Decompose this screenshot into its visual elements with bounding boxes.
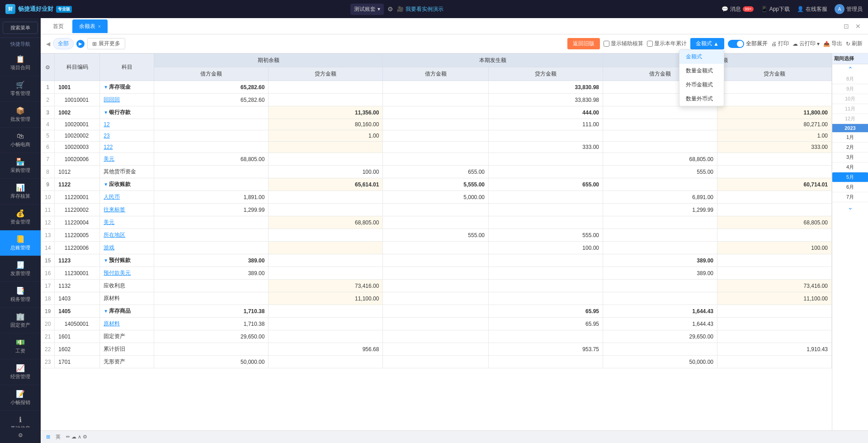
period-month-3月[interactable]: 3月 bbox=[832, 152, 868, 162]
sidebar-item-小畅报销[interactable]: 📝小畅报销 bbox=[0, 385, 41, 411]
subject-link[interactable]: 原材料 bbox=[104, 320, 120, 327]
filter-left-arrow[interactable]: ◀ bbox=[46, 41, 50, 47]
expand-row-icon[interactable]: ▼ bbox=[104, 85, 108, 90]
sidebar-item-批发管理[interactable]: 📦批发管理 bbox=[0, 102, 41, 128]
subject-link[interactable]: 人民币 bbox=[104, 194, 120, 200]
company-selector[interactable]: 测试账套 ▾ bbox=[350, 4, 384, 15]
subject-cell[interactable]: 所在地区 bbox=[100, 229, 154, 242]
ytd-input[interactable] bbox=[647, 41, 653, 47]
subject-cell[interactable]: ▼预付账款 bbox=[100, 254, 154, 267]
subject-link[interactable]: 预付款美元 bbox=[104, 270, 131, 276]
cloud-print-btn[interactable]: ☁ 云打印 ▾ bbox=[793, 40, 820, 48]
sidebar-item-发票管理[interactable]: 🧾发票管理 bbox=[0, 256, 41, 282]
show-auxiliary-checkbox[interactable]: 显示辅助核算 bbox=[604, 40, 643, 48]
expand-row-icon[interactable]: ▼ bbox=[104, 258, 108, 263]
period-up-arrow[interactable]: ⌃ bbox=[832, 64, 868, 74]
demo-link[interactable]: 🎥 我要看实例演示 bbox=[397, 5, 443, 13]
subject-cell[interactable]: 美元 bbox=[100, 153, 154, 166]
return-old-btn[interactable]: 返回旧版 bbox=[567, 38, 600, 49]
show-ytd-checkbox[interactable]: 显示本年累计 bbox=[647, 40, 687, 48]
settings-icon[interactable]: ⚙ bbox=[387, 5, 393, 13]
service-btn[interactable]: 👤 在线客服 bbox=[797, 5, 827, 13]
expand-row-icon[interactable]: ▼ bbox=[104, 309, 108, 314]
subject-cell[interactable]: 人民币 bbox=[100, 191, 154, 204]
period-month-7月[interactable]: 7月 bbox=[832, 192, 868, 202]
user-btn[interactable]: A 管理员 bbox=[835, 4, 863, 14]
subject-link[interactable]: 美元 bbox=[104, 156, 114, 162]
sidebar-item-零售管理[interactable]: 🛒零售管理 bbox=[0, 76, 41, 102]
subject-cell[interactable]: ▼银行存款 bbox=[100, 106, 154, 119]
period-month-1月[interactable]: 1月 bbox=[832, 133, 868, 143]
period-month-8月[interactable]: 8月 bbox=[832, 74, 868, 84]
format-option-数量外币式[interactable]: 数量外币式 bbox=[679, 92, 724, 106]
restore-btn[interactable]: ⊡ bbox=[842, 22, 851, 31]
period-month-6月[interactable]: 6月 bbox=[832, 182, 868, 192]
period-month-5月[interactable]: 5月 bbox=[832, 172, 868, 182]
period-down-arrow[interactable]: ⌄ bbox=[832, 202, 868, 212]
subject-cell[interactable]: 往来标签 bbox=[100, 204, 154, 216]
subject-cell[interactable]: ▼应收账款 bbox=[100, 178, 154, 191]
tab-home[interactable]: 首页 bbox=[46, 19, 71, 33]
expand-toggle[interactable] bbox=[728, 40, 744, 48]
sidebar-item-工资[interactable]: 💵工资 bbox=[0, 333, 41, 359]
period-month-12月[interactable]: 12月 bbox=[832, 114, 868, 124]
filter-right-arrow[interactable]: ▶ bbox=[76, 40, 85, 48]
sidebar-item-库存核算[interactable]: 📊库存核算 bbox=[0, 179, 41, 205]
subject-link[interactable]: 122 bbox=[104, 144, 113, 150]
period-month-9月[interactable]: 9月 bbox=[832, 84, 868, 94]
expand-row-icon[interactable]: ▼ bbox=[104, 182, 108, 187]
subject-link[interactable]: 游戏 bbox=[104, 244, 114, 251]
config-header[interactable]: ⚙ bbox=[41, 54, 55, 81]
sidebar-item-税务管理[interactable]: 📑税务管理 bbox=[0, 282, 41, 308]
message-btn[interactable]: 💬 消息 99+ bbox=[722, 5, 753, 13]
tab-close-icon[interactable]: × bbox=[98, 24, 101, 29]
subject-cell[interactable]: 122 bbox=[100, 142, 154, 153]
sidebar-item-项目合同[interactable]: 📋项目合同 bbox=[0, 50, 41, 76]
quick-nav[interactable]: 快捷导航 bbox=[0, 38, 41, 50]
subject-cell[interactable]: 美元 bbox=[100, 216, 154, 229]
period-month-4月[interactable]: 4月 bbox=[832, 162, 868, 172]
sidebar-settings[interactable]: ⚙ bbox=[0, 428, 41, 443]
subject-link[interactable]: 12 bbox=[104, 121, 109, 128]
sidebar-item-基础信息[interactable]: ℹ基础信息 bbox=[0, 411, 41, 428]
export-btn[interactable]: 📤 导出 bbox=[823, 40, 842, 48]
download-btn[interactable]: 📱 App下载 bbox=[761, 5, 790, 13]
subject-link[interactable]: 美元 bbox=[104, 219, 114, 225]
period-month-11月[interactable]: 11月 bbox=[832, 104, 868, 114]
format-option-金额式[interactable]: 金额式 bbox=[679, 50, 724, 64]
subject-cell[interactable]: ▼库存商品 bbox=[100, 305, 154, 318]
subject-cell[interactable]: 预付款美元 bbox=[100, 267, 154, 280]
period-month-10月[interactable]: 10月 bbox=[832, 94, 868, 104]
sidebar-item-采购管理[interactable]: 🏪采购管理 bbox=[0, 153, 41, 179]
sidebar-item-资金管理[interactable]: 💰资金管理 bbox=[0, 205, 41, 230]
format-btn[interactable]: 金额式 ▲ bbox=[690, 38, 724, 49]
sidebar-item-小畅电商[interactable]: 🛍小畅电商 bbox=[0, 128, 41, 153]
sidebar-item-经营管理[interactable]: 📈经营管理 bbox=[0, 359, 41, 385]
subject-link[interactable]: 回回回 bbox=[104, 96, 120, 103]
subject-cell[interactable]: 游戏 bbox=[100, 242, 154, 254]
sidebar-item-固定资产[interactable]: 🏢固定资产 bbox=[0, 308, 41, 333]
print-btn[interactable]: 🖨 打印 bbox=[771, 40, 789, 48]
close-all-btn[interactable]: ✕ bbox=[854, 22, 863, 31]
refresh-btn[interactable]: ↻ 刷新 bbox=[846, 40, 863, 48]
lang-switch[interactable]: 英 bbox=[56, 433, 61, 440]
closing-debit-cell: 6,891.00 bbox=[603, 191, 717, 204]
subject-link[interactable]: 23 bbox=[104, 133, 109, 139]
expand-row-icon[interactable]: ▼ bbox=[104, 110, 108, 115]
sidebar-item-总账管理[interactable]: 📒总账管理 bbox=[0, 230, 41, 256]
search-menu-button[interactable]: 搜索菜单 bbox=[3, 22, 38, 34]
subject-cell[interactable]: 23 bbox=[100, 130, 154, 142]
format-option-数量金额式[interactable]: 数量金额式 bbox=[679, 64, 724, 78]
auxiliary-input[interactable] bbox=[604, 41, 609, 47]
tab-balance[interactable]: 余额表 × bbox=[72, 19, 108, 33]
subject-link[interactable]: 所在地区 bbox=[104, 232, 125, 238]
subject-cell[interactable]: ▼库存现金 bbox=[100, 81, 154, 94]
expand-more-btn[interactable]: ⊞ 展开更多 bbox=[87, 38, 125, 49]
subject-cell[interactable]: 12 bbox=[100, 119, 154, 130]
subject-cell[interactable]: 回回回 bbox=[100, 94, 154, 106]
subject-link[interactable]: 往来标签 bbox=[104, 206, 125, 213]
subject-cell[interactable]: 原材料 bbox=[100, 318, 154, 330]
format-option-外币金额式[interactable]: 外币金额式 bbox=[679, 78, 724, 92]
row-num: 23 bbox=[41, 356, 55, 368]
period-month-2月[interactable]: 2月 bbox=[832, 143, 868, 152]
